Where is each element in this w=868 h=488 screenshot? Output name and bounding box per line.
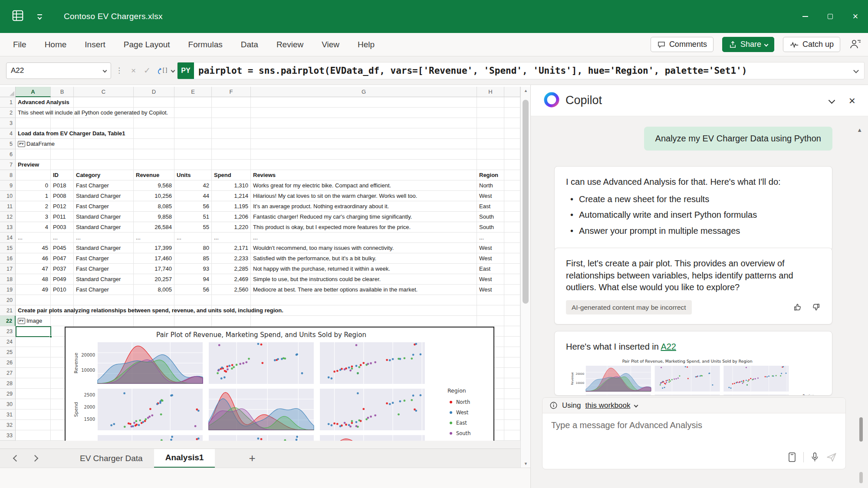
row-header-14[interactable]: 14 (0, 233, 16, 243)
copilot-message-input[interactable] (551, 420, 794, 430)
cell-G4[interactable] (251, 128, 477, 139)
col-header-E[interactable]: E (174, 87, 212, 97)
col-header-F[interactable]: F (212, 87, 251, 97)
cell-A15[interactable]: 45 (16, 243, 51, 253)
row-header-28[interactable]: 28 (0, 378, 16, 389)
cell-H9[interactable]: North (477, 180, 504, 191)
cell-A24[interactable] (16, 337, 51, 347)
cell-A18[interactable]: 48 (16, 274, 51, 285)
row-header-6[interactable]: 6 (0, 149, 16, 160)
cell-D9[interactable]: 9,568 (134, 180, 174, 191)
row-header-32[interactable]: 32 (0, 420, 16, 430)
workbook-context-link[interactable]: this workbook (585, 401, 630, 410)
cell-B10[interactable]: P008 (51, 191, 74, 201)
cell-A28[interactable] (16, 378, 51, 389)
cell-C1[interactable] (74, 97, 134, 108)
cell-A22[interactable]: PYImage (16, 316, 51, 326)
cell-E19[interactable]: 56 (174, 285, 212, 295)
row-header-29[interactable]: 29 (0, 389, 16, 399)
cell-E10[interactable]: 44 (174, 191, 212, 201)
cell-H22[interactable] (477, 316, 504, 326)
cell-D11[interactable]: 8,085 (134, 201, 174, 212)
row-header-10[interactable]: 10 (0, 191, 16, 201)
catch-up-button[interactable]: Catch up (783, 37, 840, 52)
cell-B3[interactable] (51, 118, 74, 128)
cell-A29[interactable] (16, 389, 51, 399)
row-header-13[interactable]: 13 (0, 222, 16, 233)
col-header-partial[interactable] (504, 87, 520, 97)
cell-B11[interactable]: P012 (51, 201, 74, 212)
select-all-corner[interactable] (0, 87, 16, 97)
quick-access-dropdown-icon[interactable] (37, 14, 42, 19)
cell-F22[interactable] (212, 316, 251, 326)
cell-F6[interactable] (212, 149, 251, 160)
menu-help[interactable]: Help (358, 40, 375, 49)
formula-input[interactable]: PY pairplot = sns.pairplot(EVData_df, va… (177, 62, 865, 79)
cell-C5[interactable] (74, 139, 134, 149)
cell-A9[interactable]: 0 (16, 180, 51, 191)
cell-G16[interactable]: Satisfied with the performance, but it's… (251, 253, 477, 264)
cell-E5[interactable] (174, 139, 212, 149)
cell-F11[interactable]: 1,195 (212, 201, 251, 212)
cell-A12[interactable]: 3 (16, 212, 51, 222)
cell-F16[interactable]: 2,233 (212, 253, 251, 264)
tabs-scroll-right-icon[interactable] (33, 455, 37, 462)
cell-A2[interactable]: This sheet will include all Python code … (16, 108, 51, 118)
cell-A4[interactable]: Load data from EV Charger Data, Table1 (16, 128, 51, 139)
menu-home[interactable]: Home (45, 40, 67, 49)
cell-H7[interactable] (477, 160, 504, 170)
cell-B9[interactable]: P018 (51, 180, 74, 191)
cell-G19[interactable]: Mediocre at best. There are better optio… (251, 285, 477, 295)
cell-G1[interactable] (251, 97, 477, 108)
cell-A32[interactable] (16, 420, 51, 430)
cell-G8[interactable]: Reviews (251, 170, 477, 180)
cell-H5[interactable] (477, 139, 504, 149)
cell-C10[interactable]: Standard Charger (74, 191, 134, 201)
cell-C18[interactable]: Standard Charger (74, 274, 134, 285)
cell-B12[interactable]: P011 (51, 212, 74, 222)
cell-F3[interactable] (212, 118, 251, 128)
formula-bar-expand-icon[interactable] (853, 68, 859, 73)
menu-review[interactable]: Review (276, 40, 303, 49)
inserted-cell-link[interactable]: A22 (661, 342, 676, 351)
cell-C6[interactable] (74, 149, 134, 160)
cell-C22[interactable] (74, 316, 134, 326)
cell-A20[interactable] (16, 295, 51, 305)
cell-A21[interactable]: Create pair plots analyzing relationship… (16, 305, 51, 316)
minimize-button[interactable] (792, 0, 818, 33)
cell-A1[interactable]: Advanced Analysis (16, 97, 51, 108)
row-header-16[interactable]: 16 (0, 253, 16, 264)
cell-G22[interactable] (251, 316, 477, 326)
cell-A11[interactable]: 2 (16, 201, 51, 212)
sheet-tab-ev-charger-data[interactable]: EV Charger Data (69, 449, 154, 468)
cell-C13[interactable]: Standard Charger (74, 222, 134, 233)
cell-A23[interactable] (16, 326, 51, 337)
cell-A27[interactable] (16, 368, 51, 378)
cell-B15[interactable]: P045 (51, 243, 74, 253)
cell-F5[interactable] (212, 139, 251, 149)
people-presence-icon[interactable] (849, 38, 862, 52)
cell-A30[interactable] (16, 399, 51, 409)
add-sheet-button[interactable]: + (249, 452, 255, 465)
cell-H6[interactable] (477, 149, 504, 160)
cell-G20[interactable] (251, 295, 477, 305)
cell-A31[interactable] (16, 409, 51, 420)
cell-D10[interactable]: 10,256 (134, 191, 174, 201)
cell-A17[interactable]: 47 (16, 264, 51, 274)
cell-F4[interactable] (212, 128, 251, 139)
cell-D17[interactable]: 17,740 (134, 264, 174, 274)
send-icon[interactable] (826, 452, 838, 463)
cell-E20[interactable] (174, 295, 212, 305)
menu-file[interactable]: File (13, 40, 26, 49)
cell-B22[interactable] (51, 316, 74, 326)
cell-E16[interactable]: 85 (174, 253, 212, 264)
row-header-11[interactable]: 11 (0, 201, 16, 212)
cell-G5[interactable] (251, 139, 477, 149)
cell-H11[interactable]: East (477, 201, 504, 212)
row-header-33[interactable]: 33 (0, 430, 16, 441)
cell-D6[interactable] (134, 149, 174, 160)
cell-G18[interactable]: Simple to use, but the instructions coul… (251, 274, 477, 285)
cell-D4[interactable] (134, 128, 174, 139)
cell-D14[interactable]: ... (134, 233, 174, 243)
cell-B8[interactable]: ID (51, 170, 74, 180)
